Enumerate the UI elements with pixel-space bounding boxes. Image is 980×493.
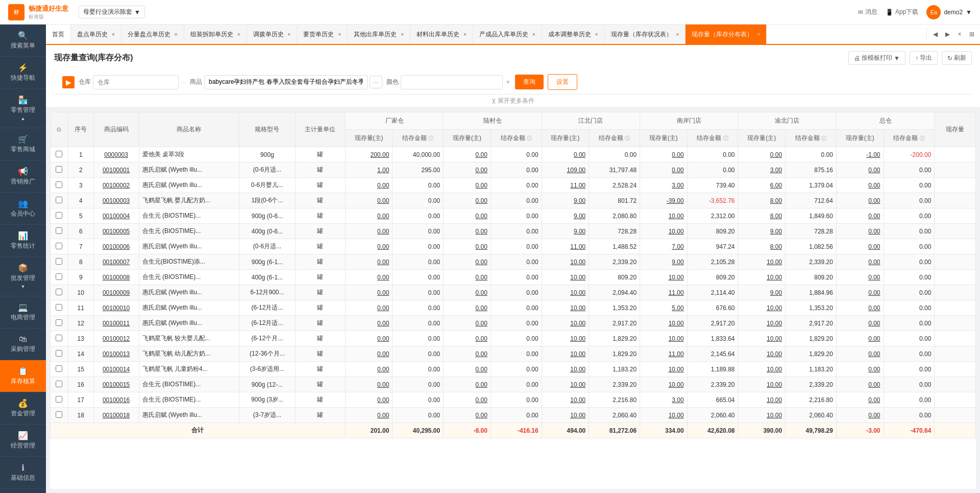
row-factory-qty-0[interactable]: 200.00 <box>345 147 393 162</box>
row-luchen-qty-16[interactable]: 0.00 <box>444 392 491 408</box>
row-factory-qty-17[interactable]: 0.00 <box>345 408 393 423</box>
tab-stock-distribution[interactable]: 现存量（库存分布表） × <box>685 25 767 44</box>
row-luchen-qty-8[interactable]: 0.00 <box>444 270 491 285</box>
tab-stock-status[interactable]: 现存量（库存状况表） × <box>605 25 686 44</box>
row-checkbox-10[interactable] <box>51 300 68 316</box>
row-yubeimen-qty-12[interactable]: 10.00 <box>738 331 786 346</box>
row-total-qty-12[interactable]: 0.00 <box>836 331 884 346</box>
row-jiangbei-qty-12[interactable]: 10.00 <box>542 331 589 346</box>
row-checkbox-0[interactable] <box>51 147 68 162</box>
row-luchen-qty-0[interactable]: 0.00 <box>444 147 491 162</box>
row-luchen-qty-11[interactable]: 0.00 <box>444 316 491 331</box>
row-factory-qty-12[interactable]: 0.00 <box>345 331 393 346</box>
row-factory-qty-8[interactable]: 0.00 <box>345 270 393 285</box>
row-jiangbei-qty-4[interactable]: 9.00 <box>542 208 589 224</box>
row-jiangbei-qty-16[interactable]: 10.00 <box>542 392 589 408</box>
row-total-qty-13[interactable]: 0.00 <box>836 346 884 362</box>
row-nanan-qty-8[interactable]: 10.00 <box>640 270 688 285</box>
row-nanan-qty-11[interactable]: 10.00 <box>640 316 688 331</box>
close-tab-5-icon[interactable]: × <box>401 32 404 37</box>
message-button[interactable]: ✉ 消息 <box>858 8 877 16</box>
close-all-tabs-button[interactable]: × <box>953 28 966 40</box>
app-download-button[interactable]: 📱 App下载 <box>886 8 918 16</box>
row-checkbox-7[interactable] <box>51 254 68 270</box>
row-factory-qty-5[interactable]: 0.00 <box>345 224 393 239</box>
row-code-15[interactable]: 00100015 <box>93 377 139 392</box>
query-button[interactable]: 查询 <box>515 75 544 89</box>
row-yubeimen-qty-9[interactable]: 9.00 <box>738 285 786 300</box>
sidebar-item-wholesale[interactable]: 📦 批发管理 ▼ <box>0 257 46 296</box>
row-nanan-qty-1[interactable]: 0.00 <box>640 162 688 178</box>
row-luchen-qty-3[interactable]: 0.00 <box>444 193 491 208</box>
row-yubeimen-qty-1[interactable]: 3.00 <box>738 162 786 178</box>
close-tab-2-icon[interactable]: × <box>237 32 240 37</box>
row-checkbox-4[interactable] <box>51 208 68 224</box>
row-yubeimen-qty-13[interactable]: 10.00 <box>738 346 786 362</box>
row-total-qty-7[interactable]: 0.00 <box>836 254 884 270</box>
row-nanan-qty-2[interactable]: 3.00 <box>640 178 688 193</box>
row-checkbox-5[interactable] <box>51 224 68 239</box>
filter-toggle-button[interactable]: ▶ <box>62 76 75 88</box>
print-button[interactable]: 🖨 按模板打印 ▼ <box>848 51 905 65</box>
close-tab-7-icon[interactable]: × <box>532 32 535 37</box>
product-search-button[interactable]: ··· <box>370 76 382 88</box>
refresh-button[interactable]: ↻ 刷新 <box>942 51 972 65</box>
row-yubeimen-qty-16[interactable]: 10.00 <box>738 392 786 408</box>
sidebar-item-retail-mall[interactable]: 🛒 零售商城 <box>0 128 46 160</box>
tab-other-outbound[interactable]: 其他出库单历史 × <box>348 25 410 44</box>
row-nanan-qty-3[interactable]: -39.00 <box>640 193 688 208</box>
row-nanan-qty-12[interactable]: 10.00 <box>640 331 688 346</box>
sidebar-item-member[interactable]: 👥 会员中心 <box>0 193 46 225</box>
sidebar-item-basics[interactable]: ℹ 基础信息 <box>0 457 46 489</box>
row-factory-qty-3[interactable]: 0.00 <box>345 193 393 208</box>
row-nanan-qty-15[interactable]: 10.00 <box>640 377 688 392</box>
row-total-qty-2[interactable]: 0.00 <box>836 178 884 193</box>
row-nanan-qty-6[interactable]: 7.00 <box>640 239 688 254</box>
row-checkbox-15[interactable] <box>51 377 68 392</box>
row-nanan-qty-13[interactable]: 11.00 <box>640 346 688 362</box>
industry-selector[interactable]: 母婴行业演示陈套 ▼ <box>79 6 145 18</box>
row-jiangbei-qty-5[interactable]: 9.00 <box>542 224 589 239</box>
nav-prev-button[interactable]: ◀ <box>929 28 941 40</box>
row-factory-qty-7[interactable]: 0.00 <box>345 254 393 270</box>
tab-stocktake-history[interactable]: 盘点单历史 × <box>71 25 121 44</box>
row-jiangbei-qty-2[interactable]: 11.00 <box>542 178 589 193</box>
row-checkbox-12[interactable] <box>51 331 68 346</box>
row-nanan-qty-17[interactable]: 10.00 <box>640 408 688 423</box>
row-checkbox-11[interactable] <box>51 316 68 331</box>
row-yubeimen-qty-2[interactable]: 6.00 <box>738 178 786 193</box>
row-code-7[interactable]: 00100007 <box>93 254 139 270</box>
row-nanan-qty-0[interactable]: 0.00 <box>640 147 688 162</box>
row-total-qty-11[interactable]: 0.00 <box>836 316 884 331</box>
export-button[interactable]: ↑ 导出 <box>910 51 938 65</box>
tab-home[interactable]: 首页 <box>46 25 71 44</box>
row-jiangbei-qty-3[interactable]: 9.00 <box>542 193 589 208</box>
row-total-qty-1[interactable]: 0.00 <box>836 162 884 178</box>
row-factory-qty-6[interactable]: 0.00 <box>345 239 393 254</box>
th-gear[interactable]: ⚙ <box>51 112 68 147</box>
row-factory-qty-9[interactable]: 0.00 <box>345 285 393 300</box>
row-luchen-qty-13[interactable]: 0.00 <box>444 346 491 362</box>
tab-product-inbound[interactable]: 产成品入库单历史 × <box>473 25 542 44</box>
row-code-11[interactable]: 00100011 <box>93 316 139 331</box>
setting-button[interactable]: 设置 <box>548 74 577 90</box>
row-factory-qty-10[interactable]: 0.00 <box>345 300 393 316</box>
row-nanan-qty-10[interactable]: 5.00 <box>640 300 688 316</box>
row-code-13[interactable]: 00100013 <box>93 346 139 362</box>
row-luchen-qty-4[interactable]: 0.00 <box>444 208 491 224</box>
row-nanan-qty-9[interactable]: 11.00 <box>640 285 688 300</box>
row-factory-qty-16[interactable]: 0.00 <box>345 392 393 408</box>
row-code-0[interactable]: 0000003 <box>93 147 139 162</box>
row-jiangbei-qty-6[interactable]: 11.00 <box>542 239 589 254</box>
row-code-8[interactable]: 00100008 <box>93 270 139 285</box>
tab-partial-stocktake[interactable]: 分量盘点单历史 × <box>121 25 184 44</box>
row-code-4[interactable]: 00100004 <box>93 208 139 224</box>
sidebar-item-finance[interactable]: 💰 资金管理 <box>0 392 46 425</box>
row-luchen-qty-1[interactable]: 0.00 <box>444 162 491 178</box>
row-code-5[interactable]: 00100005 <box>93 224 139 239</box>
row-nanan-qty-7[interactable]: 9.00 <box>640 254 688 270</box>
sidebar-item-operations[interactable]: 📈 经营管理 <box>0 425 46 457</box>
row-yubeimen-qty-14[interactable]: 10.00 <box>738 362 786 377</box>
row-factory-qty-2[interactable]: 0.00 <box>345 178 393 193</box>
row-jiangbei-qty-10[interactable]: 10.00 <box>542 300 589 316</box>
